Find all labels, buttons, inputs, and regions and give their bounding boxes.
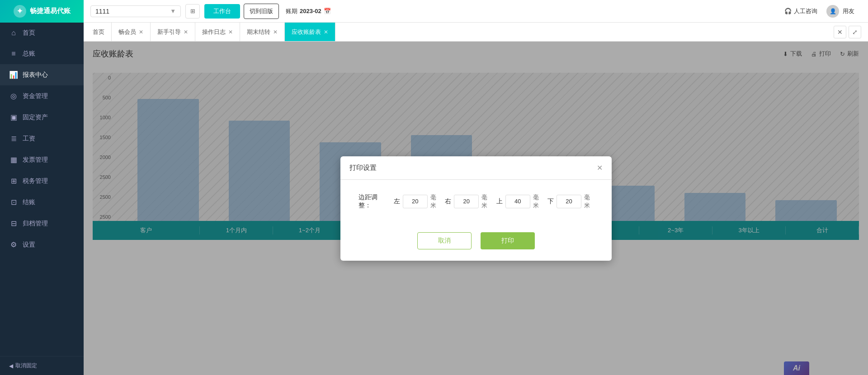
left-margin-input[interactable] [403, 195, 428, 208]
tab-close-oplog[interactable]: ✕ [228, 29, 233, 35]
dialog-header: 打印设置 ✕ [340, 156, 612, 180]
margin-row: 边距调整： 左 毫米 右 毫米 [359, 193, 594, 210]
sidebar-label-assets: 固定资产 [23, 113, 48, 122]
sidebar-label-archive: 归档管理 [23, 220, 48, 228]
collapse-label: 取消固定 [15, 362, 37, 370]
tab-close-member[interactable]: ✕ [139, 29, 143, 35]
sidebar-label-settle: 结账 [23, 198, 35, 206]
sidebar-item-ledger[interactable]: ≡ 总账 [0, 43, 84, 64]
top-margin-input[interactable] [505, 195, 530, 208]
dialog-body: 边距调整： 左 毫米 右 毫米 [340, 180, 612, 223]
top-unit: 毫米 [533, 193, 542, 210]
copy-button[interactable]: ⊞ [185, 4, 200, 19]
top-header: ✦ 畅捷通易代账 1111 ▼ ⊞ 工作台 切到旧版 账期 2023-02 📅 … [0, 0, 868, 23]
logo-icon: ✦ [14, 5, 26, 18]
print-settings-dialog: 打印设置 ✕ 边距调整： 左 毫米 右 [340, 156, 612, 261]
tab-close-period-end[interactable]: ✕ [273, 29, 278, 35]
sidebar-icon-reports: 📊 [9, 70, 18, 79]
main-layout: ⌂ 首页 ≡ 总账 📊 报表中心 ◎ 资金管理 ▣ 固定资产 ≣ 工资 ▦ 发票… [0, 23, 868, 375]
bottom-label: 下 [547, 197, 554, 206]
sidebar-item-salary[interactable]: ≣ 工资 [0, 128, 84, 149]
sidebar-icon-archive: ⊟ [9, 219, 18, 228]
dropdown-icon: ▼ [170, 8, 176, 14]
close-tab-button[interactable]: ✕ [834, 26, 846, 38]
logo-text: 畅捷通易代账 [30, 7, 71, 15]
tab-member[interactable]: 畅会员✕ [112, 23, 151, 42]
sidebar-icon-tax: ⊞ [9, 177, 18, 185]
dialog-footer: 取消 打印 [340, 223, 612, 261]
sidebar-item-settle[interactable]: ⊡ 结账 [0, 192, 84, 213]
tab-close-guide[interactable]: ✕ [184, 29, 188, 35]
collapse-icon: ◀ [9, 363, 13, 369]
bottom-unit: 毫米 [584, 193, 593, 210]
content-area: 首页畅会员✕新手引导✕操作日志✕期末结转✕应收账龄表✕ ✕ ⤢ 应收账龄表 ⬇ … [84, 23, 868, 375]
sidebar-item-assets[interactable]: ▣ 固定资产 [0, 107, 84, 128]
headset-icon: 🎧 [784, 8, 792, 14]
calendar-icon[interactable]: 📅 [324, 8, 331, 14]
tab-home[interactable]: 首页 [86, 23, 112, 42]
logo: ✦ 畅捷通易代账 [0, 0, 84, 23]
tab-period-end[interactable]: 期末结转✕ [240, 23, 285, 42]
left-label: 左 [394, 197, 400, 206]
sidebar-label-salary: 工资 [23, 135, 35, 143]
sidebar-icon-funds: ◎ [9, 92, 18, 100]
sidebar-item-home[interactable]: ⌂ 首页 [0, 23, 84, 43]
sidebar: ⌂ 首页 ≡ 总账 📊 报表中心 ◎ 资金管理 ▣ 固定资产 ≣ 工资 ▦ 发票… [0, 23, 84, 375]
sidebar-icon-settings: ⚙ [9, 240, 18, 249]
bottom-margin-input[interactable] [557, 195, 581, 208]
dialog-close-button[interactable]: ✕ [597, 164, 603, 172]
sidebar-icon-ledger: ≡ [9, 50, 18, 58]
sidebar-label-invoice: 发票管理 [23, 156, 48, 164]
sidebar-icon-invoice: ▦ [9, 155, 18, 164]
bottom-margin-group: 下 毫米 [547, 193, 593, 210]
workbench-button[interactable]: 工作台 [204, 4, 240, 19]
user-name: 用友 [843, 7, 854, 15]
tab-label-home: 首页 [93, 28, 104, 36]
period-label: 账期 [286, 7, 297, 15]
company-name: 1111 [95, 8, 166, 15]
cancel-button[interactable]: 取消 [417, 232, 472, 249]
sidebar-item-archive[interactable]: ⊟ 归档管理 [0, 213, 84, 234]
sidebar-label-tax: 税务管理 [23, 177, 48, 185]
tab-guide[interactable]: 新手引导✕ [151, 23, 195, 42]
right-margin-input[interactable] [454, 195, 479, 208]
header-right: 🎧 人工咨询 👤 用友 [784, 5, 863, 18]
tab-actions: ✕ ⤢ [834, 26, 866, 38]
sidebar-scroll: ⌂ 首页 ≡ 总账 📊 报表中心 ◎ 资金管理 ▣ 固定资产 ≣ 工资 ▦ 发票… [0, 23, 84, 356]
period-value: 2023-02 [300, 8, 321, 14]
dialog-title: 打印设置 [349, 164, 377, 172]
avatar: 👤 [826, 5, 839, 18]
tab-label-ar-aging: 应收账龄表 [292, 28, 321, 36]
company-selector[interactable]: 1111 ▼ [90, 5, 181, 17]
tab-ar-aging[interactable]: 应收账龄表✕ [285, 23, 335, 42]
top-margin-group: 上 毫米 [496, 193, 542, 210]
sidebar-icon-settle: ⊡ [9, 198, 18, 206]
margin-label: 边距调整： [359, 193, 388, 210]
maximize-button[interactable]: ⤢ [849, 26, 861, 38]
sidebar-label-funds: 资金管理 [23, 92, 48, 100]
right-unit: 毫米 [481, 193, 491, 210]
sidebar-item-invoice[interactable]: ▦ 发票管理 [0, 149, 84, 170]
sidebar-item-funds[interactable]: ◎ 资金管理 [0, 85, 84, 107]
sidebar-label-settings: 设置 [23, 241, 35, 249]
right-margin-group: 右 毫米 [445, 193, 491, 210]
sidebar-label-reports: 报表中心 [23, 71, 48, 79]
sidebar-item-reports[interactable]: 📊 报表中心 [0, 64, 84, 85]
sidebar-icon-salary: ≣ [9, 134, 18, 143]
sidebar-label-ledger: 总账 [23, 50, 35, 58]
period-area: 账期 2023-02 📅 [286, 7, 331, 15]
sidebar-icon-assets: ▣ [9, 113, 18, 122]
sidebar-label-home: 首页 [23, 29, 35, 37]
switch-old-button[interactable]: 切到旧版 [244, 4, 279, 19]
confirm-print-button[interactable]: 打印 [481, 232, 535, 249]
sidebar-item-settings[interactable]: ⚙ 设置 [0, 234, 84, 255]
tab-label-member: 畅会员 [118, 28, 136, 36]
sidebar-item-tax[interactable]: ⊞ 税务管理 [0, 170, 84, 192]
tab-oplog[interactable]: 操作日志✕ [195, 23, 240, 42]
consultation-link[interactable]: 🎧 人工咨询 [784, 7, 817, 15]
tab-close-ar-aging[interactable]: ✕ [324, 29, 328, 35]
sidebar-collapse-btn[interactable]: ◀ 取消固定 [0, 356, 84, 375]
tab-label-oplog: 操作日志 [202, 28, 226, 36]
user-area[interactable]: 👤 用友 [826, 5, 854, 18]
page-content: 应收账龄表 ⬇ 下载 🖨 打印 ↻ 刷新 [84, 42, 868, 375]
